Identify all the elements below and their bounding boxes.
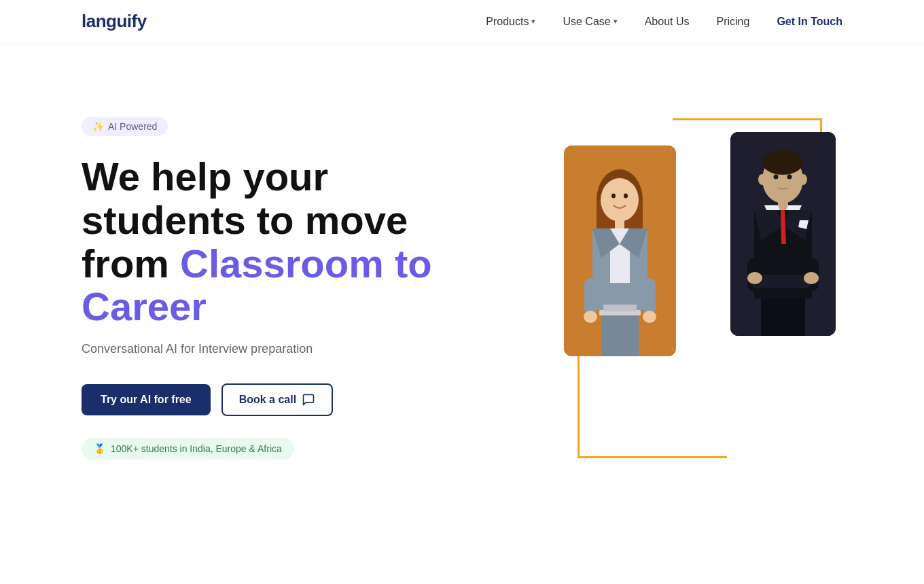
woman-photo-bg [564,145,676,356]
svg-point-21 [758,174,766,185]
ai-badge-icon: ✨ [92,121,104,132]
person-card-man [730,132,836,336]
hero-section: ✨ AI Powered We help your students to mo… [0,44,924,519]
try-ai-button[interactable]: Try our AI for free [82,384,211,415]
nav-about-us-link[interactable]: About Us [645,16,690,28]
ai-badge-label: AI Powered [108,121,157,132]
nav-get-in-touch-label: Get In Touch [777,16,842,28]
svg-point-20 [762,150,803,175]
svg-point-24 [787,175,792,179]
students-count-label: 100K+ students in India, Europe & Africa [111,443,282,454]
svg-rect-12 [643,278,656,315]
nav-pricing-link[interactable]: Pricing [717,16,750,28]
svg-point-15 [584,311,597,323]
svg-point-37 [804,272,819,284]
nav-links: Products ▾ Use Case ▾ About Us Pricing G… [486,16,842,28]
svg-point-5 [624,194,628,199]
chat-icon [302,393,315,407]
products-chevron-icon: ▾ [531,17,535,26]
logo[interactable]: languify [82,11,147,32]
ai-badge: ✨ AI Powered [82,117,168,136]
svg-point-22 [799,174,807,185]
book-call-button[interactable]: Book a call [221,383,333,416]
hero-image-section [557,118,842,458]
logo-text: languify [82,11,147,31]
svg-point-4 [611,194,616,199]
svg-point-23 [774,175,779,179]
nav-item-get-in-touch[interactable]: Get In Touch [777,16,842,28]
svg-point-16 [643,311,656,323]
nav-item-use-case[interactable]: Use Case ▾ [563,16,617,28]
svg-rect-17 [601,315,639,356]
hero-subtitle: Conversational AI for Interview preparat… [82,342,489,356]
nav-use-case-link[interactable]: Use Case ▾ [563,16,617,28]
hero-title: We help your students to move from Class… [82,155,489,328]
man-illustration [730,132,836,336]
navbar: languify Products ▾ Use Case ▾ About Us … [0,0,924,44]
nav-get-in-touch-link[interactable]: Get In Touch [777,16,842,28]
svg-rect-38 [761,298,805,336]
svg-rect-11 [584,278,597,315]
nav-item-pricing[interactable]: Pricing [717,16,750,28]
nav-about-us-label: About Us [645,16,690,28]
nav-use-case-label: Use Case [563,16,610,28]
hero-content: ✨ AI Powered We help your students to mo… [82,117,489,460]
person-card-woman [564,145,676,356]
students-badge: 🥇 100K+ students in India, Europe & Afri… [82,438,294,460]
book-call-label: Book a call [239,394,296,406]
medal-icon: 🥇 [94,443,105,454]
use-case-chevron-icon: ▾ [614,17,618,26]
nav-item-products[interactable]: Products ▾ [486,16,535,28]
svg-point-36 [747,272,762,284]
man-photo-bg [730,132,836,336]
hero-buttons: Try our AI for free Book a call [82,383,489,416]
svg-rect-14 [603,305,637,311]
nav-products-link[interactable]: Products ▾ [486,16,535,28]
nav-item-about-us[interactable]: About Us [645,16,690,28]
nav-products-label: Products [486,16,529,28]
nav-pricing-label: Pricing [717,16,750,28]
svg-point-3 [601,178,639,222]
woman-illustration [564,145,676,356]
try-ai-label: Try our AI for free [101,394,192,405]
